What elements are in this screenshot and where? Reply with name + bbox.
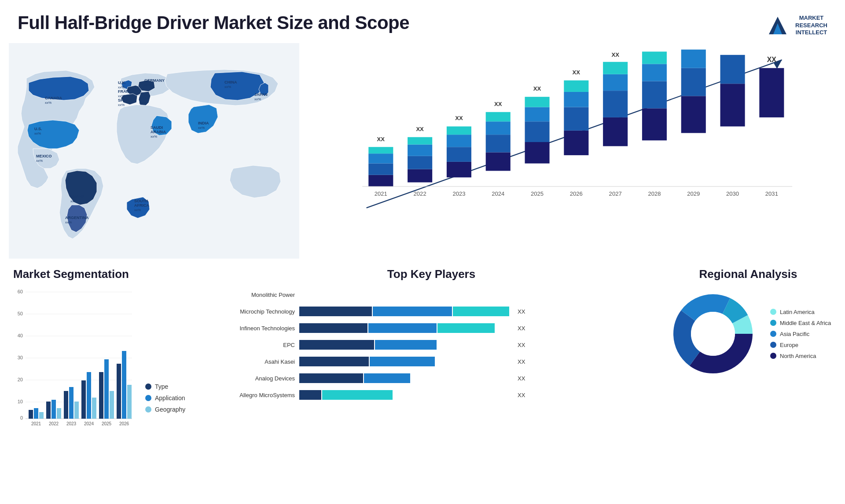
- bar-label-2026: XX: [573, 69, 580, 76]
- legend-item-application: Application: [145, 394, 185, 402]
- bar-2030-dark: [720, 84, 745, 126]
- year-2026: 2026: [570, 190, 583, 197]
- map-label-italy-sub: xx%: [139, 101, 146, 105]
- player-bar-dark-analog: [299, 373, 363, 383]
- bar-2030-mid: [720, 55, 745, 84]
- player-bars-infineon: [299, 323, 511, 333]
- bar-label-2024: XX: [494, 101, 502, 107]
- regional-dot-mea: [770, 320, 776, 326]
- bar-2024-dark: [486, 152, 511, 171]
- player-bar-light-allegro: [322, 390, 393, 400]
- bar-2027-lightest: [603, 62, 628, 74]
- player-xx-allegro: XX: [518, 392, 525, 398]
- bar-2027-dark: [603, 117, 628, 146]
- svg-rect-23: [87, 372, 91, 419]
- bar-2028-dark: [642, 108, 667, 140]
- map-label-mexico-sub: xx%: [36, 159, 43, 163]
- bar-label-2023: XX: [455, 115, 463, 121]
- player-xx-infineon: XX: [518, 325, 525, 332]
- player-bar-light-microchip: [453, 307, 509, 316]
- map-label-canada-sub: xx%: [45, 101, 51, 105]
- svg-rect-28: [117, 364, 121, 419]
- bar-2024-lightest: [486, 112, 511, 122]
- bar-label-2025: XX: [533, 85, 541, 92]
- logo-area: MARKETRESEARCHINTELLECT: [764, 12, 827, 39]
- player-row-asahi: Asahi Kasei XX: [216, 357, 647, 366]
- page-title: Full Half-Bridge Driver Market Size and …: [18, 12, 409, 33]
- player-bar-dark-asahi: [299, 357, 369, 366]
- map-label-uk-sub: xx%: [118, 85, 125, 89]
- logo-icon: [764, 12, 791, 39]
- bar-2021-mid: [368, 164, 393, 175]
- bar-2025-mid: [525, 121, 550, 142]
- map-label-germany: GERMANY: [144, 78, 165, 83]
- svg-rect-22: [81, 380, 86, 419]
- seg-chart-wrapper: 60 50 40 30 20 10 0: [13, 285, 198, 431]
- player-name-allegro: Allegro MicroSystems: [216, 392, 295, 398]
- svg-rect-19: [64, 391, 68, 419]
- regional-label-latin: Latin America: [780, 309, 815, 315]
- player-xx-analog: XX: [518, 375, 525, 382]
- donut-center: [691, 312, 735, 356]
- player-name-microchip: Microchip Technology: [216, 308, 295, 315]
- bar-2027-light: [603, 74, 628, 91]
- player-bar-dark-microchip: [299, 307, 372, 316]
- map-label-france: FRANCE: [118, 89, 135, 94]
- map-label-france-sub: xx%: [118, 94, 125, 98]
- bar-2025-dark: [525, 142, 550, 164]
- player-xx-asahi: XX: [518, 358, 525, 365]
- y-label-30: 30: [18, 355, 23, 360]
- regional-label-mea: Middle East & Africa: [780, 320, 831, 326]
- regional-legend-northamerica: North America: [770, 353, 831, 359]
- year-2030: 2030: [726, 190, 739, 197]
- map-label-canada: CANADA: [45, 96, 62, 100]
- bar-2024-mid: [486, 135, 511, 152]
- regional-dot-latin: [770, 309, 776, 315]
- player-bar-light-infineon: [437, 323, 495, 333]
- map-label-saudi-sub: xx%: [151, 135, 157, 139]
- bar-2029-light: [681, 50, 706, 68]
- svg-rect-16: [46, 402, 51, 419]
- svg-rect-21: [74, 402, 79, 419]
- legend-item-geography: Geography: [145, 406, 185, 413]
- world-map-svg: CANADA xx% U.S. xx% MEXICO xx% BRAZIL xx…: [9, 43, 299, 259]
- y-label-50: 50: [18, 311, 23, 316]
- player-name-infineon: Infineon Technologies: [216, 325, 295, 332]
- svg-rect-15: [39, 412, 44, 419]
- map-label-china-sub: xx%: [224, 85, 231, 89]
- header: Full Half-Bridge Driver Market Size and …: [0, 0, 845, 43]
- player-row-analog: Analog Devices XX: [216, 373, 647, 383]
- segmentation-title: Market Segmentation: [13, 267, 198, 281]
- world-map-container: CANADA xx% U.S. xx% MEXICO xx% BRAZIL xx…: [9, 43, 299, 259]
- bar-2026-lightest: [564, 80, 588, 92]
- player-bar-mid-epc: [375, 340, 437, 350]
- map-label-us: U.S.: [34, 127, 42, 131]
- bar-2028-light: [642, 64, 667, 81]
- regional-label-europe: Europe: [780, 342, 798, 348]
- player-bar-dark-infineon: [299, 323, 367, 333]
- bar-2029-dark: [681, 96, 706, 133]
- bar-2027-mid: [603, 91, 628, 117]
- y-label-40: 40: [18, 333, 23, 338]
- map-label-brazil-sub: xx%: [70, 199, 77, 203]
- bar-chart-svg: XX XX XX XX XX: [326, 47, 819, 237]
- bar-2022-mid: [408, 156, 432, 169]
- logo-text: MARKETRESEARCHINTELLECT: [795, 15, 827, 37]
- map-label-japan-sub: xx%: [254, 97, 261, 101]
- player-bar-dark-epc: [299, 340, 374, 350]
- legend-dot-type: [145, 383, 151, 390]
- regional-legend: Latin America Middle East & Africa Asia …: [770, 309, 831, 359]
- regional-label-northamerica: North America: [780, 353, 816, 359]
- year-2029: 2029: [687, 190, 700, 197]
- player-bars-microchip: [299, 307, 511, 316]
- year-2024: 2024: [492, 190, 504, 197]
- year-2027: 2027: [609, 190, 622, 197]
- legend-label-geography: Geography: [155, 406, 185, 413]
- svg-rect-18: [57, 408, 61, 419]
- player-bars-asahi: [299, 357, 511, 366]
- players-container: Top Key Players Monolithic Power Microch…: [207, 267, 656, 504]
- regional-dot-asia: [770, 331, 776, 337]
- segmentation-container: Market Segmentation 60 50 40 30 20 10 0: [13, 267, 198, 504]
- player-row-monolithic: Monolithic Power: [216, 290, 647, 299]
- legend-dot-geography: [145, 406, 151, 413]
